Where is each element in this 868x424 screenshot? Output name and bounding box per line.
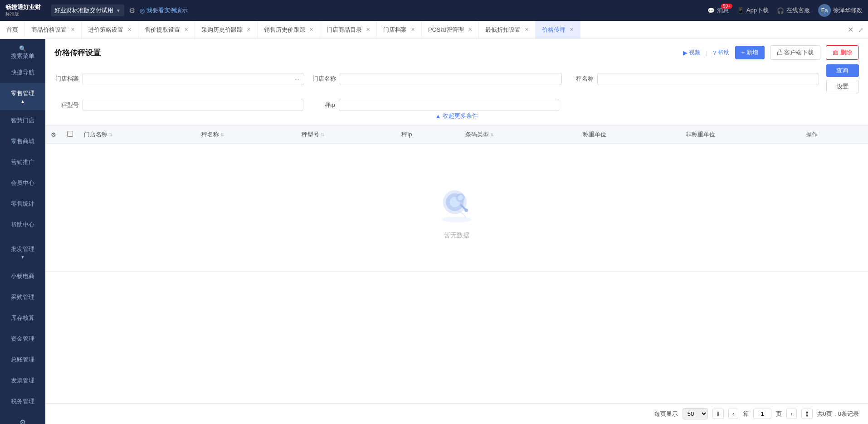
tab-min-discount-close[interactable]: ✕ — [525, 27, 529, 33]
sidebar-search[interactable]: 🔍 搜索菜单 — [0, 39, 45, 65]
filter-store-name-input[interactable] — [340, 73, 561, 85]
filter-scale-ip-input[interactable] — [339, 99, 560, 111]
tab-sale-history[interactable]: 销售历史价跟踪 ✕ — [258, 21, 320, 39]
tab-bar: 首页 商品价格设置 ✕ 进价策略设置 ✕ 售价提取设置 ✕ 采购历史价跟踪 ✕ … — [0, 21, 868, 39]
query-button[interactable]: 查询 — [826, 64, 859, 77]
filter-store-profile-input[interactable] — [88, 76, 294, 82]
version-selector-text: 好业财标准版交付试用 — [54, 6, 113, 14]
help-link[interactable]: ? 帮助 — [713, 48, 729, 57]
online-service-button[interactable]: 🎧 在线客服 — [777, 6, 810, 14]
tab-store-profile-close[interactable]: ✕ — [411, 27, 415, 33]
tab-price-setting[interactable]: 商品价格设置 ✕ — [25, 21, 82, 39]
filter-row-1: 门店档案 ··· 门店名称 秤名称 — [54, 64, 859, 93]
sidebar-item-general-ledger-label: 总账管理 — [11, 356, 34, 364]
demo-link[interactable]: ◎ 我要看实例演示 — [140, 6, 188, 14]
sidebar: 🔍 搜索菜单 快捷导航 零售管理 ▲ 智慧门店 零售商城 营销推广 会员中心 零… — [0, 39, 45, 424]
tab-pos-manage-close[interactable]: ✕ — [468, 27, 472, 33]
filter-scale-model: 秤型号 — [54, 99, 303, 111]
th-actions-label: 操作 — [806, 131, 818, 138]
th-scale-name-sort[interactable]: 秤名称 ⇅ — [201, 130, 224, 139]
tab-purchase-history[interactable]: 采购历史价跟踪 ✕ — [195, 21, 258, 39]
first-page-button[interactable]: ⟪ — [712, 409, 724, 419]
select-all-checkbox[interactable] — [67, 131, 73, 137]
sidebar-item-marketing[interactable]: 营销推广 — [0, 152, 45, 173]
tab-purchase-strategy[interactable]: 进价策略设置 ✕ — [82, 21, 138, 39]
sidebar-item-xiaochang-ecom[interactable]: 小畅电商 — [0, 266, 45, 287]
th-barcode-type-sort[interactable]: 条码类型 ⇅ — [465, 130, 494, 139]
next-page-button[interactable]: › — [786, 409, 796, 419]
online-service-label: 在线客服 — [786, 6, 810, 14]
page-actions: ▶ 视频 | ? 帮助 + 新增 凸 客户端下载 面 删除 — [683, 45, 859, 60]
user-profile-button[interactable]: Ea 徐泽华修改 — [818, 4, 863, 17]
ellipsis-icon[interactable]: ··· — [294, 76, 299, 82]
app-icon: 📱 — [737, 7, 744, 14]
th-weight-unit-label: 称重单位 — [583, 131, 606, 138]
tab-price-scale[interactable]: 价格传秤 ✕ — [536, 21, 580, 39]
sidebar-quick-nav[interactable]: 快捷导航 — [0, 65, 45, 79]
sidebar-item-inventory[interactable]: 库存核算 — [0, 308, 45, 328]
user-name: 徐泽华修改 — [833, 6, 863, 14]
sidebar-item-retail-manage[interactable]: 零售管理 ▲ — [0, 83, 45, 110]
tab-pos-manage[interactable]: POS加密管理 ✕ — [422, 21, 479, 39]
gear-icon[interactable]: ⚙ — [129, 6, 135, 15]
filter-scale-name-input[interactable] — [597, 73, 819, 85]
sidebar-quick-nav-label: 快捷导航 — [11, 69, 34, 76]
prev-page-button[interactable]: ‹ — [728, 409, 738, 419]
th-scale-model-sort[interactable]: 秤型号 ⇅ — [302, 130, 324, 139]
sidebar-item-member-center[interactable]: 会员中心 — [0, 173, 45, 193]
add-button[interactable]: + 新增 — [735, 46, 765, 59]
sidebar-item-capital-manage[interactable]: 资金管理 — [0, 328, 45, 349]
empty-state-cell: 暂无数据 — [45, 144, 868, 272]
last-page-button[interactable]: ⟫ — [801, 409, 813, 419]
th-scale-model: 秤型号 ⇅ — [296, 126, 396, 144]
tab-sale-price[interactable]: 售价提取设置 ✕ — [138, 21, 195, 39]
tab-purchase-strategy-close[interactable]: ✕ — [127, 27, 132, 33]
tab-store-catalog[interactable]: 门店商品目录 ✕ — [320, 21, 377, 39]
messages-button[interactable]: 💬 消息 99+ — [707, 6, 729, 14]
app-download-button[interactable]: 📱 App下载 — [737, 6, 769, 14]
sidebar-item-smart-store[interactable]: 智慧门店 — [0, 110, 45, 131]
filter-area: 门店档案 ··· 门店名称 秤名称 — [54, 64, 859, 121]
delete-button[interactable]: 面 删除 — [826, 45, 859, 60]
demo-icon: ◎ — [140, 7, 145, 14]
sidebar-item-retail-mall[interactable]: 零售商城 — [0, 131, 45, 152]
video-link[interactable]: ▶ 视频 — [683, 48, 701, 57]
sidebar-item-retail-stats[interactable]: 零售统计 — [0, 193, 45, 214]
top-right-area: 💬 消息 99+ 📱 App下载 🎧 在线客服 Ea 徐泽华修改 — [707, 4, 863, 17]
settings-icon: ⚙ — [20, 419, 26, 424]
tab-price-scale-close[interactable]: ✕ — [570, 27, 574, 33]
th-barcode-type-label: 条码类型 — [465, 130, 489, 139]
sidebar-item-tax-manage[interactable]: 税务管理 — [0, 391, 45, 412]
version-selector[interactable]: 好业财标准版交付试用 ▼ — [51, 5, 124, 16]
sidebar-settings-button[interactable]: ⚙ — [0, 412, 45, 424]
per-page-select[interactable]: 50 20 100 — [683, 408, 708, 419]
page-input[interactable] — [753, 409, 771, 419]
th-store-name-sort[interactable]: 门店名称 ⇅ — [84, 130, 112, 139]
tab-price-setting-close[interactable]: ✕ — [71, 27, 75, 33]
sidebar-item-wholesale-manage[interactable]: 批发管理 ▼ — [0, 239, 45, 266]
tab-sale-price-close[interactable]: ✕ — [184, 27, 188, 33]
sidebar-item-help-center[interactable]: 帮助中心 — [0, 214, 45, 235]
tab-pos-manage-label: POS加密管理 — [428, 26, 464, 34]
empty-text: 暂无数据 — [444, 231, 469, 240]
set-button[interactable]: 设置 — [826, 80, 859, 93]
th-setting: ⚙ — [45, 126, 62, 144]
tab-store-catalog-close[interactable]: ✕ — [366, 27, 370, 33]
tab-purchase-history-close[interactable]: ✕ — [247, 27, 251, 33]
sidebar-item-invoice-manage[interactable]: 发票管理 — [0, 370, 45, 391]
window-max-icon[interactable]: ⤢ — [858, 26, 863, 34]
tab-store-profile[interactable]: 门店档案 ✕ — [377, 21, 422, 39]
filter-scale-model-input[interactable] — [83, 99, 303, 111]
download-button[interactable]: 凸 客户端下载 — [770, 45, 821, 60]
sidebar-item-purchase-manage[interactable]: 采购管理 — [0, 287, 45, 308]
tab-home[interactable]: 首页 — [0, 21, 25, 39]
sidebar-item-general-ledger[interactable]: 总账管理 — [0, 349, 45, 370]
sidebar-search-label: 搜索菜单 — [0, 52, 45, 60]
collapse-button[interactable]: ▲ 收起更多条件 — [435, 112, 478, 120]
setting-icon[interactable]: ⚙ — [51, 131, 56, 138]
window-close-icon[interactable]: ✕ — [848, 25, 853, 34]
empty-state-row: 暂无数据 — [45, 144, 868, 272]
filter-store-name: 门店名称 — [312, 73, 561, 85]
tab-min-discount[interactable]: 最低折扣设置 ✕ — [479, 21, 536, 39]
tab-sale-history-close[interactable]: ✕ — [309, 27, 313, 33]
